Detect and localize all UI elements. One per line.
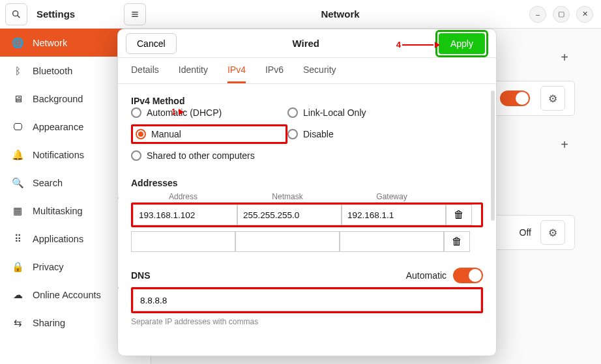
wired-toggle[interactable] [500,91,530,106]
sidebar-item-label: Multitasking [33,206,83,216]
col-netmask: Netmask [235,192,340,201]
col-gateway: Gateway [340,192,444,201]
gateway-input[interactable] [342,204,446,225]
share-icon: ⇆ [12,317,23,329]
apps-icon: ⠿ [12,233,23,245]
page-title: Network [151,8,529,20]
desktop-icon: 🖥 [12,93,23,104]
close-button[interactable]: ✕ [576,6,593,23]
minimize-icon: – [536,10,540,18]
radio-icon [131,107,141,118]
wired-settings-dialog: Cancel Wired Apply 4 Details Identity IP… [117,29,497,356]
dns-input[interactable] [133,289,481,311]
annotation-4: 4 [396,40,440,49]
col-address: Address [131,192,235,201]
cloud-icon: ☁ [12,289,23,301]
proxy-status: Off [520,227,531,238]
gear-icon: ⚙ [548,227,557,239]
delete-address-button[interactable]: 🗑 [446,204,472,225]
annotation-3: 3 [118,283,119,292]
search-icon: 🔍 [12,177,23,189]
proxy-settings-button[interactable]: ⚙ [540,220,565,245]
annotation-4-box: Apply [435,30,488,57]
tab-security[interactable]: Security [303,64,336,83]
addresses-title: Addresses [131,178,483,188]
search-button[interactable] [5,3,27,25]
dialog-scrollbar[interactable] [491,91,495,221]
bell-icon: 🔔 [12,149,23,161]
trash-icon: 🗑 [454,209,464,221]
sidebar-item-label: Appearance [33,122,83,132]
sidebar-item-label: Privacy [33,262,64,272]
tab-ipv4[interactable]: IPv4 [227,64,246,83]
apply-button[interactable]: Apply [439,33,485,54]
address-row: 🗑 [131,203,483,227]
gateway-input[interactable] [340,231,444,252]
add-wired-button[interactable]: + [554,47,575,68]
delete-address-button[interactable]: 🗑 [444,231,470,252]
dns-automatic-toggle[interactable] [453,268,483,283]
radio-icon [287,107,298,118]
annotation-1: 1 [171,107,184,117]
hamburger-icon [130,9,140,20]
annotation-3-box [131,287,483,313]
cancel-button[interactable]: Cancel [126,33,177,54]
sidebar-item-label: Network [33,38,67,48]
tab-ipv6[interactable]: IPv6 [265,64,284,83]
annotation-2: 2 [118,193,119,203]
maximize-button[interactable]: ▢ [553,6,570,23]
radio-disable[interactable]: Disable [287,124,418,144]
dialog-tabs: Details Identity IPv4 IPv6 Security [118,58,496,84]
trash-icon: 🗑 [452,236,462,247]
wired-settings-button[interactable]: ⚙ [540,86,565,111]
radio-link-local[interactable]: Link-Local Only [287,107,418,118]
netmask-input[interactable] [237,204,342,225]
menu-button[interactable] [124,3,146,25]
sidebar-item-label: Notifications [33,150,84,160]
tab-details[interactable]: Details [131,64,159,83]
bluetooth-icon: ᛒ [12,65,23,76]
dialog-title: Wired [293,38,320,49]
svg-line-1 [18,16,20,18]
sidebar-item-label: Search [33,178,63,188]
gear-icon: ⚙ [548,92,557,105]
address-input[interactable] [133,204,237,225]
address-input[interactable] [131,231,235,252]
ipv4-method-label: IPv4 Method [131,96,209,106]
radio-icon [131,150,141,161]
tab-identity[interactable]: Identity [179,64,208,83]
sidebar-item-label: Bluetooth [33,66,72,76]
sidebar-item-label: Background [33,94,83,104]
plus-icon: + [561,50,568,65]
sidebar-item-label: Sharing [33,318,65,328]
radio-automatic-dhcp[interactable]: Automatic (DHCP) [131,107,287,118]
search-icon [11,9,22,20]
radio-manual[interactable]: Manual [136,129,181,139]
addresses-header: Address Netmask Gateway [131,192,483,201]
netmask-input[interactable] [235,231,340,252]
appearance-icon: 🖵 [12,121,23,132]
dns-hint: Separate IP addresses with commas [131,317,483,326]
settings-title: Settings [37,8,75,20]
grid-icon: ▦ [12,205,23,217]
sidebar-item-label: Online Accounts [33,290,101,300]
annotation-1-box: Manual [131,124,287,144]
maximize-icon: ▢ [558,10,564,18]
minimize-button[interactable]: – [529,6,546,23]
close-icon: ✕ [582,10,588,18]
svg-point-0 [13,10,18,16]
radio-icon [287,129,298,139]
dns-automatic-label: Automatic [406,270,447,281]
dns-title: DNS [131,270,151,281]
radio-icon [136,129,146,139]
lock-icon: 🔒 [12,261,23,273]
globe-icon: 🌐 [12,37,23,49]
sidebar-item-label: Applications [33,234,83,244]
titlebar: Settings Network – ▢ ✕ [0,0,601,29]
radio-shared[interactable]: Shared to other computers [131,150,418,161]
plus-icon: + [561,137,568,152]
add-vpn-button[interactable]: + [554,134,575,155]
address-row-empty: 🗑 [131,231,483,252]
